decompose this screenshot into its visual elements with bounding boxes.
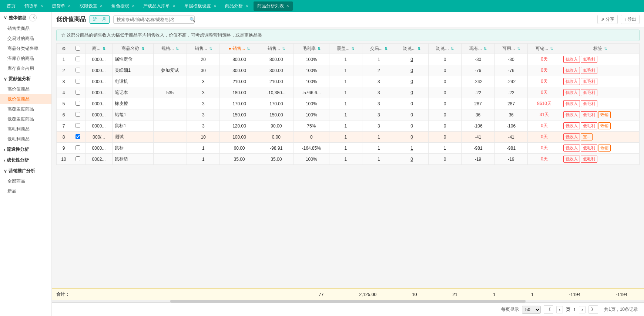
tag: 低毛利 [581,156,597,163]
current-page: 1 [573,307,576,312]
row-checkbox[interactable] [71,143,85,154]
export-button[interactable]: ↑ 导出 [621,15,640,24]
row-browse1[interactable]: 0 [395,65,428,76]
row-available: -30 [494,54,527,65]
nav-products[interactable]: 产成品入库单 × [140,1,179,11]
col-settings[interactable]: ⚙ [57,44,71,54]
col-available[interactable]: 可用... ⇅ [494,44,527,54]
nav-analysis-list[interactable]: 商品分析列表 × [254,1,293,11]
filter-month-btn[interactable]: 近一月 [90,15,110,24]
row-checkbox[interactable] [71,54,85,65]
col-browse2[interactable]: 浏览... ⇅ [428,44,461,54]
nav-purchase[interactable]: 进货单 × [48,1,74,11]
row-browse1[interactable]: 0 [395,54,428,65]
footer-trade: 21 [453,292,457,297]
row-browse1[interactable]: 0 [395,76,428,87]
row-spec [153,120,187,132]
col-name[interactable]: 商品名称 ⇅ [113,44,153,54]
sidebar-item-high-value[interactable]: 高价值商品 [0,84,51,94]
sidebar-item-stagnant[interactable]: 滞库存的商品 [0,54,51,64]
col-trade[interactable]: 交易... ⇅ [362,44,395,54]
row-browse1[interactable]: 0 [395,109,428,120]
nav-permissions[interactable]: 权限设置 × [76,1,106,11]
sidebar-group-contribution[interactable]: ∨ 贡献值分析 [0,74,51,84]
row-days: 31天 [528,109,561,120]
sidebar-item-all-products[interactable]: 全部商品 [0,176,51,186]
prev-page-btn[interactable]: ‹ [556,306,563,313]
search-input[interactable] [113,16,195,24]
row-margin: 100% [294,109,329,120]
row-browse1[interactable]: 1 [395,143,428,154]
select-all-checkbox[interactable] [76,46,80,51]
sidebar-item-low-coverage[interactable]: 低覆盖度商品 [0,114,51,124]
row-browse1[interactable]: 0 [395,154,428,165]
col-code[interactable]: 商... ⇅ [85,44,113,54]
footer-sales-amt: 2,125.00 [359,292,376,297]
row-margin: -164.85% [294,143,329,154]
nav-home[interactable]: 首页 [3,1,19,11]
tag: 低收入 [563,89,580,96]
col-spec[interactable]: 规格... ⇅ [153,44,187,54]
sidebar-item-sales-products[interactable]: 销售类商品 [0,24,51,34]
row-browse1[interactable]: 0 [395,98,428,109]
sidebar-item-high-coverage[interactable]: 高覆盖度商品 [0,104,51,114]
row-num: 3 [57,76,71,87]
row-checkbox[interactable] [71,132,85,143]
row-checkbox[interactable] [71,87,85,98]
sidebar-item-category-rate[interactable]: 商品分类销售率 [0,44,51,54]
col-tags[interactable]: 标签 ⇅ [561,44,639,54]
row-sales-profit: -98.91 [259,143,294,154]
hot-tag: 热销 [598,145,611,152]
sidebar-item-new-products[interactable]: 新品 [0,186,51,196]
row-checkbox[interactable] [71,154,85,165]
next-page-btn[interactable]: › [579,306,586,313]
row-checkbox[interactable] [71,65,85,76]
row-checkbox[interactable] [71,98,85,109]
col-sales-amt[interactable]: ● 销售... ⇅ [220,44,259,54]
row-checkbox[interactable] [71,109,85,120]
table-wrap[interactable]: ⚙ 商... ⇅ 商品名称 ⇅ 规格... ⇅ 销售... ⇅ ● 销售... … [52,43,644,288]
row-stock: 36 [462,109,494,120]
sidebar-item-capital[interactable]: 库存资金占用 [0,64,51,74]
col-coverage[interactable]: 覆盖... ⇅ [329,44,362,54]
nav-sales[interactable]: 销货单 × [21,1,47,11]
sidebar-item-high-margin[interactable]: 高毛利商品 [0,124,51,134]
row-available: -41 [494,132,527,143]
row-checkbox[interactable] [71,76,85,87]
row-browse1[interactable]: 0 [395,132,428,143]
sidebar-item-low-margin[interactable]: 低毛利商品 [0,134,51,144]
tag: 低毛利 [581,89,597,96]
row-trade: 1 [362,143,395,154]
row-name: 笔记本 [113,87,153,98]
sidebar-item-low-value[interactable]: 低价值商品 [0,94,51,104]
sidebar-group-overall[interactable]: ∨ 整体信息 《 [0,12,51,24]
col-browse1[interactable]: 浏览... ⇅ [395,44,428,54]
row-margin: 75% [294,120,329,132]
page-size-select[interactable]: 50 20 100 [522,306,541,314]
row-browse1[interactable]: 0 [395,120,428,132]
col-sales-profit[interactable]: 销售... ⇅ [259,44,294,54]
col-sales-qty[interactable]: 销售... ⇅ [187,44,219,54]
first-page-btn[interactable]: 《 [544,305,553,314]
sidebar-item-traded[interactable]: 交易过的商品 [0,34,51,44]
row-code: 0000... [85,98,113,109]
sidebar-group-growth[interactable]: › 成长性分析 [0,155,51,166]
row-browse1[interactable]: 0 [395,87,428,98]
sidebar-group-circulation[interactable]: › 流通性分析 [0,144,51,155]
row-name: 属性定价 [113,54,153,65]
share-button[interactable]: ⇗ 分享 [597,15,618,24]
nav-templates[interactable]: 单据模板设置 × [181,1,220,11]
search-icon[interactable]: 🔍 [189,17,195,22]
row-days: 8610天 [528,98,561,109]
row-num: 2 [57,65,71,76]
col-stock[interactable]: 现有... ⇅ [462,44,494,54]
nav-analysis[interactable]: 商品分析 × [221,1,252,11]
row-checkbox[interactable] [71,120,85,132]
collapse-overall-btn[interactable]: 《 [29,14,37,21]
col-saleable[interactable]: 可销... ⇅ [528,44,561,54]
nav-roles[interactable]: 角色授权 × [108,1,138,11]
last-page-btn[interactable]: 》 [588,305,598,314]
col-margin[interactable]: 毛利率 ⇅ [294,44,329,54]
sidebar-group-marketing[interactable]: ∨ 营销推广分析 [0,166,51,176]
col-checkbox-all[interactable] [71,44,85,54]
